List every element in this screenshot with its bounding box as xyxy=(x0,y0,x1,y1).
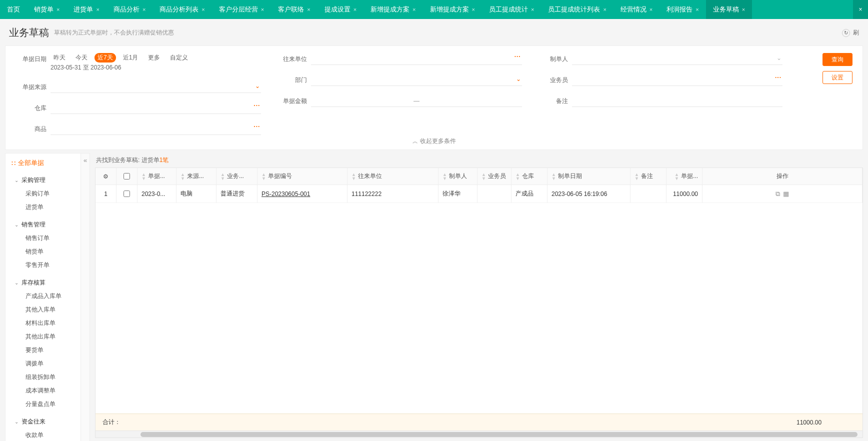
page-header: 业务草稿 草稿转为正式单据时，不会执行满赠促销优惠 ↻ 刷 xyxy=(0,19,868,44)
more-icon[interactable]: ··· xyxy=(254,102,260,109)
close-icon[interactable]: × xyxy=(742,6,745,12)
tab-客户联络[interactable]: 客户联络× xyxy=(271,0,317,19)
tab-商品分析列表[interactable]: 商品分析列表× xyxy=(152,0,212,19)
tab-员工提成统计列表[interactable]: 员工提成统计列表× xyxy=(541,0,613,19)
more-icon[interactable]: ··· xyxy=(254,123,260,130)
tab-经营情况[interactable]: 经营情况× xyxy=(614,0,660,19)
qr-icon[interactable]: ▦ xyxy=(783,190,789,198)
col-amount[interactable]: ▲▼单据... xyxy=(666,168,702,184)
column-settings-button[interactable]: ⚙ xyxy=(96,168,116,184)
field-maker[interactable]: 制单人 ⌄ xyxy=(537,53,782,65)
date-option-近1月[interactable]: 近1月 xyxy=(120,53,142,62)
field-department[interactable]: 部门 ⌄ xyxy=(276,74,522,86)
collapse-filters-toggle[interactable]: ︽收起更多条件 xyxy=(16,135,852,146)
sidebar-item-产成品入库单[interactable]: 产成品入库单 xyxy=(6,290,80,303)
close-icon[interactable]: × xyxy=(261,6,264,12)
tab-利润报告[interactable]: 利润报告× xyxy=(660,0,706,19)
result-summary: 共找到业务草稿: 进货单1笔 xyxy=(95,153,863,168)
sidebar-item-其他入库单[interactable]: 其他入库单 xyxy=(6,303,80,316)
bill-no-link[interactable]: PS-20230605-001 xyxy=(262,190,310,198)
sidebar-item-要货单[interactable]: 要货单 xyxy=(6,344,80,357)
tab-进货单[interactable]: 进货单× xyxy=(66,0,106,19)
tab-员工提成统计[interactable]: 员工提成统计× xyxy=(482,0,541,19)
close-icon[interactable]: × xyxy=(354,6,356,12)
sidebar-group-资金往来[interactable]: ⌄资金往来 xyxy=(6,415,80,428)
col-remark[interactable]: ▲▼备注 xyxy=(630,168,666,184)
col-bill-no[interactable]: ▲▼单据编号 xyxy=(258,168,348,184)
close-icon[interactable]: × xyxy=(56,6,60,12)
horizontal-scrollbar[interactable] xyxy=(96,430,862,438)
settings-button[interactable]: 设置 xyxy=(822,71,852,84)
sidebar-item-销售订单[interactable]: 销售订单 xyxy=(6,232,80,245)
tab-提成设置[interactable]: 提成设置× xyxy=(318,0,364,19)
date-option-今天[interactable]: 今天 xyxy=(72,53,90,62)
sidebar-item-采购订单[interactable]: 采购订单 xyxy=(6,187,80,200)
sidebar-item-零售开单[interactable]: 零售开单 xyxy=(6,258,80,272)
tab-首页[interactable]: 首页 xyxy=(0,0,27,19)
col-biz-type[interactable]: ▲▼业务... xyxy=(216,168,258,184)
date-option-近7天[interactable]: 近7天 xyxy=(94,53,116,62)
col-bill-date[interactable]: ▲▼单据... xyxy=(138,168,176,184)
close-icon[interactable]: × xyxy=(472,6,475,12)
date-option-自定义[interactable]: 自定义 xyxy=(167,53,191,62)
sidebar-collapse-toggle[interactable]: « xyxy=(80,154,90,441)
sidebar-item-销货单[interactable]: 销货单 xyxy=(6,245,80,258)
more-icon[interactable]: ··· xyxy=(514,53,521,60)
field-warehouse[interactable]: 仓库 ··· xyxy=(16,102,261,114)
row-checkbox[interactable] xyxy=(116,185,138,202)
search-button[interactable]: 查询 xyxy=(822,53,852,66)
header-more-label[interactable]: 刷 xyxy=(853,28,859,37)
chevron-down-icon[interactable]: ⌄ xyxy=(776,54,782,62)
view-icon[interactable]: ⧉ xyxy=(776,190,780,198)
close-icon[interactable]: × xyxy=(96,6,99,12)
date-option-昨天[interactable]: 昨天 xyxy=(50,53,68,62)
chevron-down-icon: ⌄ xyxy=(14,222,20,228)
close-icon[interactable]: × xyxy=(412,6,416,12)
col-source[interactable]: ▲▼来源... xyxy=(176,168,216,184)
table-row[interactable]: 12023-0...电脑普通进货PS-20230605-001111122222… xyxy=(96,185,862,203)
sidebar-item-分量盘点单[interactable]: 分量盘点单 xyxy=(6,398,80,411)
sidebar-item-其他出库单[interactable]: 其他出库单 xyxy=(6,330,80,344)
col-maker[interactable]: ▲▼制单人 xyxy=(438,168,478,184)
close-icon[interactable]: × xyxy=(531,6,534,12)
date-option-更多[interactable]: 更多 xyxy=(145,53,163,62)
field-contact-unit[interactable]: 往来单位 ··· xyxy=(276,53,522,65)
sidebar-item-成本调整单[interactable]: 成本调整单 xyxy=(6,384,80,398)
close-icon[interactable]: × xyxy=(696,6,698,12)
sidebar-group-销售管理[interactable]: ⌄销售管理 xyxy=(6,218,80,232)
tab-商品分析[interactable]: 商品分析× xyxy=(106,0,152,19)
sidebar-all-bills[interactable]: ∷ 全部单据 xyxy=(6,154,80,172)
tab-客户分层经营[interactable]: 客户分层经营× xyxy=(212,0,271,19)
close-icon[interactable]: × xyxy=(307,6,310,12)
col-warehouse[interactable]: ▲▼仓库 xyxy=(512,168,548,184)
select-all-checkbox[interactable] xyxy=(116,168,138,184)
col-make-date[interactable]: ▲▼制单日期 xyxy=(548,168,630,184)
col-contact-unit[interactable]: ▲▼往来单位 xyxy=(348,168,438,184)
sidebar-item-调拨单[interactable]: 调拨单 xyxy=(6,357,80,370)
close-icon[interactable]: × xyxy=(650,6,652,12)
field-source[interactable]: 单据来源 ⌄ xyxy=(16,81,261,93)
close-icon[interactable]: × xyxy=(603,6,606,12)
chevron-down-icon[interactable]: ⌄ xyxy=(516,76,521,82)
col-salesperson[interactable]: ▲▼业务员 xyxy=(478,168,512,184)
tab-新增提成方案[interactable]: 新增提成方案× xyxy=(423,0,482,19)
field-remark[interactable]: 备注 xyxy=(537,95,782,107)
field-salesperson[interactable]: 业务员 ··· xyxy=(537,74,782,86)
close-icon[interactable]: × xyxy=(142,6,146,12)
sidebar-group-采购管理[interactable]: ⌄采购管理 xyxy=(6,174,80,187)
sidebar-item-进货单[interactable]: 进货单 xyxy=(6,200,80,214)
sidebar-item-收款单[interactable]: 收款单 xyxy=(6,428,80,441)
tabs-overflow-icon[interactable]: × xyxy=(853,0,868,19)
field-product[interactable]: 商品 ··· xyxy=(16,123,261,135)
tab-业务草稿[interactable]: 业务草稿× xyxy=(706,0,752,19)
sidebar-item-组装拆卸单[interactable]: 组装拆卸单 xyxy=(6,370,80,384)
tab-新增提成方案[interactable]: 新增提成方案× xyxy=(364,0,422,19)
refresh-icon[interactable]: ↻ xyxy=(842,29,850,37)
field-amount[interactable]: 单据金额 — xyxy=(276,95,522,107)
more-icon[interactable]: ··· xyxy=(775,74,782,81)
sidebar-group-库存核算[interactable]: ⌄库存核算 xyxy=(6,276,80,290)
tab-销货单[interactable]: 销货单× xyxy=(27,0,66,19)
sidebar-item-材料出库单[interactable]: 材料出库单 xyxy=(6,316,80,330)
chevron-down-icon[interactable]: ⌄ xyxy=(255,82,260,90)
close-icon[interactable]: × xyxy=(202,6,204,12)
